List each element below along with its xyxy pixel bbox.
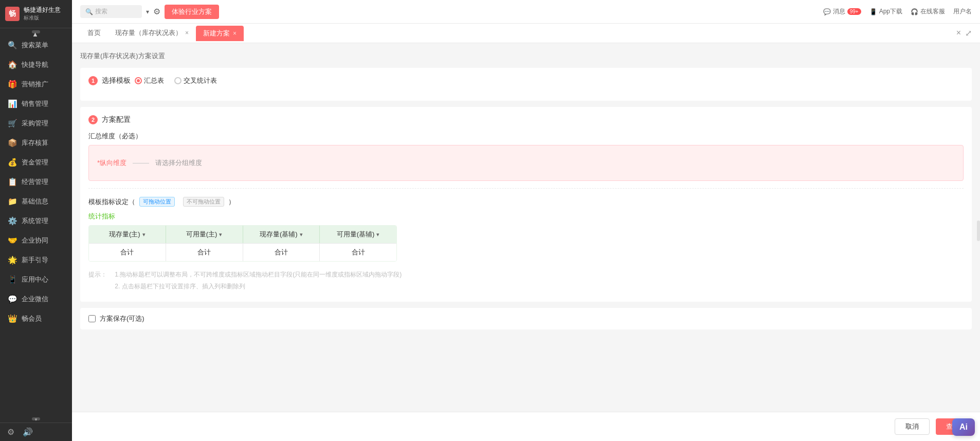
cell-0-2: 合计	[243, 243, 320, 261]
main-area: 🔍 搜索 ▾ ⚙ 体验行业方案 💬 消息 99+ 📱 App下载 🎧 在线客服	[72, 0, 980, 441]
logo-icon: 畅	[5, 7, 20, 21]
scroll-down-indicator[interactable]: ▼	[32, 417, 40, 420]
sidebar-item-label: 企业协同	[22, 236, 48, 245]
content-area: 现存量(库存状况表)方案设置 1 选择模板 汇总表 交叉统计表	[72, 43, 980, 412]
sidebar-item-marketing[interactable]: 🎁 营销推广	[0, 75, 72, 94]
sidebar-item-inventory[interactable]: 📦 库存核算	[0, 133, 72, 153]
sidebar-item-label: 采购管理	[22, 119, 48, 128]
audio-footer-icon[interactable]: 🔊	[23, 427, 33, 437]
step2-title: 方案配置	[102, 115, 131, 124]
tab-new-plan-label: 新建方案	[203, 29, 230, 38]
sidebar-item-finance[interactable]: 💰 资金管理	[0, 153, 72, 172]
sidebar-item-search[interactable]: 🔍 搜索菜单	[0, 35, 72, 55]
tips-prefix: 提示：	[88, 271, 113, 278]
save-checkbox[interactable]	[88, 315, 96, 322]
col-header-0[interactable]: 现存量(主) ▾	[89, 226, 166, 243]
cell-0-1: 合计	[166, 243, 243, 261]
message-badge: 99+	[847, 8, 861, 15]
sidebar-item-cooperation[interactable]: 🤝 企业协同	[0, 231, 72, 250]
tab-home[interactable]: 首页	[80, 24, 108, 43]
search-placeholder-text: 搜索	[95, 7, 107, 16]
handshake-icon: 🤝	[7, 236, 17, 245]
step2-header: 2 方案配置	[88, 115, 964, 124]
chat-icon: 💬	[7, 295, 17, 304]
online-service-button[interactable]: 🎧 在线客服	[911, 7, 945, 16]
sidebar-item-label: 资金管理	[22, 158, 48, 167]
sidebar-item-vip[interactable]: 👑 畅会员	[0, 309, 72, 328]
tag-non-draggable: 不可拖动位置	[183, 197, 224, 207]
gift-icon: 🎁	[7, 80, 17, 89]
sidebar-item-sales[interactable]: 📊 销售管理	[0, 94, 72, 114]
sidebar-item-app-center[interactable]: 📱 应用中心	[0, 270, 72, 289]
dimension-area[interactable]: *纵向维度 —— 请选择分组维度	[88, 145, 964, 181]
sidebar-item-purchase[interactable]: 🛒 采购管理	[0, 114, 72, 133]
sidebar-item-system[interactable]: ⚙️ 系统管理	[0, 211, 72, 231]
sidebar-item-quick-nav[interactable]: 🏠 快捷导航	[0, 55, 72, 75]
sidebar-item-newbie[interactable]: 🌟 新手引导	[0, 250, 72, 270]
cell-0-3: 合计	[320, 243, 396, 261]
col-header-3[interactable]: 可用量(基辅) ▾	[320, 226, 396, 243]
tab-new-plan[interactable]: 新建方案 ×	[196, 26, 244, 41]
tab-inventory-label: 现存量（库存状况表）	[115, 28, 182, 38]
sidebar-item-wechat[interactable]: 💬 企业微信	[0, 289, 72, 309]
cancel-button[interactable]: 取消	[895, 418, 930, 435]
clipboard-icon: 📋	[7, 177, 17, 187]
tab-new-plan-close-icon[interactable]: ×	[233, 30, 237, 37]
tab-inventory-close-icon[interactable]: ×	[185, 29, 189, 36]
mobile-icon: 📱	[7, 275, 17, 284]
radio-cross[interactable]: 交叉统计表	[174, 76, 217, 85]
message-button[interactable]: 💬 消息 99+	[823, 7, 861, 16]
tips-item-1: 提示： 2. 点击标题栏下拉可设置排序、插入列和删除列	[88, 282, 964, 291]
sidebar-item-basic[interactable]: 📁 基础信息	[0, 192, 72, 211]
sidebar-item-business[interactable]: 📋 经营管理	[0, 172, 72, 192]
sidebar-item-label: 系统管理	[22, 216, 48, 226]
divider	[88, 188, 964, 189]
topbar-search[interactable]: 🔍 搜索	[80, 5, 142, 18]
gear-icon: ⚙️	[7, 216, 17, 226]
sidebar-item-label: 新手引导	[22, 255, 48, 265]
col-header-0-label: 现存量(主)	[109, 230, 140, 239]
step1-badge: 1	[88, 76, 98, 85]
settings-footer-icon[interactable]: ⚙	[7, 427, 14, 437]
sidebar-item-label: 企业微信	[22, 295, 48, 304]
topbar-gear-icon[interactable]: ⚙	[153, 7, 160, 16]
step2-badge: 2	[88, 115, 98, 124]
window-close-icon[interactable]: ×	[956, 28, 961, 38]
save-label[interactable]: 方案保存(可选)	[100, 314, 144, 323]
message-icon: 💬	[823, 8, 831, 15]
step1-header: 1 选择模板 汇总表 交叉统计表	[88, 76, 964, 85]
window-expand-icon[interactable]: ⤢	[965, 28, 972, 38]
save-section: 方案保存(可选)	[80, 308, 972, 329]
radio-summary-label: 汇总表	[144, 76, 164, 85]
radio-cross-circle	[174, 77, 182, 84]
topbar-left: 🔍 搜索 ▾ ⚙ 体验行业方案	[80, 5, 817, 19]
radio-cross-label: 交叉统计表	[184, 76, 217, 85]
headset-icon: 🎧	[911, 8, 918, 15]
sidebar-item-label: 畅会员	[22, 314, 42, 323]
col-header-2-label: 现存量(基辅)	[260, 230, 298, 239]
ai-float-button[interactable]: Ai	[952, 418, 975, 436]
topbar-dropdown[interactable]: ▾	[146, 8, 149, 15]
app-logo: 畅 畅捷通好生意 标准版	[0, 0, 72, 28]
scroll-up-indicator[interactable]: ▲	[32, 30, 40, 33]
radio-summary[interactable]: 汇总表	[135, 76, 164, 85]
sidebar-item-label: 经营管理	[22, 177, 48, 187]
tab-inventory[interactable]: 现存量（库存状况表） ×	[108, 24, 196, 43]
template-settings-prefix: 模板指标设定（	[88, 197, 135, 207]
user-name: 用户名	[953, 8, 972, 15]
dimension-placeholder: 请选择分组维度	[155, 158, 202, 168]
app-download-button[interactable]: 📱 App下载	[869, 7, 902, 16]
resize-handle[interactable]	[977, 220, 980, 241]
sidebar-item-label: 销售管理	[22, 99, 48, 108]
dimension-required-text: *纵向维度	[97, 158, 126, 168]
template-radio-group: 汇总表 交叉统计表	[135, 76, 217, 85]
col-header-2[interactable]: 现存量(基辅) ▾	[243, 226, 320, 243]
home-icon: 🏠	[7, 60, 17, 69]
radio-summary-circle	[135, 77, 142, 84]
chevron-down-icon: ▾	[146, 8, 149, 15]
trial-btn[interactable]: 体验行业方案	[165, 5, 219, 19]
user-info[interactable]: 用户名	[953, 7, 972, 16]
col-header-1[interactable]: 可用量(主) ▾	[166, 226, 243, 243]
tab-home-label: 首页	[87, 28, 101, 38]
bottom-bar: 取消 查询	[72, 412, 980, 441]
